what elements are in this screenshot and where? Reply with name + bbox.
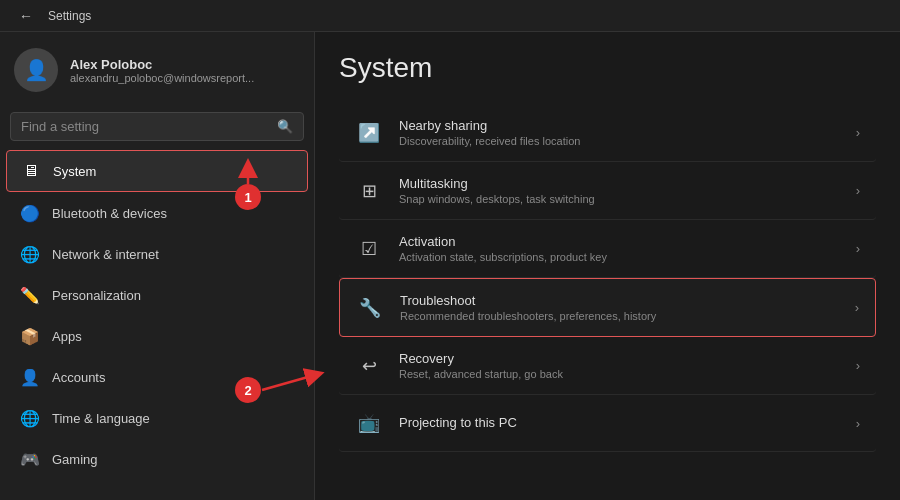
setting-text-multitasking: Multitasking Snap windows, desktops, tas…: [399, 176, 840, 205]
gaming-icon: 🎮: [20, 449, 40, 469]
sidebar-item-network[interactable]: 🌐 Network & internet: [6, 234, 308, 274]
setting-desc-troubleshoot: Recommended troubleshooters, preferences…: [400, 310, 839, 322]
sidebar: 👤 Alex Poloboc alexandru_poloboc@windows…: [0, 32, 315, 500]
setting-desc-nearby-sharing: Discoverability, received files location: [399, 135, 840, 147]
setting-text-projecting: Projecting to this PC: [399, 415, 840, 432]
user-info: Alex Poloboc alexandru_poloboc@windowsre…: [70, 57, 254, 84]
system-icon: 🖥: [21, 161, 41, 181]
content-area: 👤 Alex Poloboc alexandru_poloboc@windows…: [0, 32, 900, 500]
sidebar-item-bluetooth[interactable]: 🔵 Bluetooth & devices: [6, 193, 308, 233]
activation-icon: ☑: [355, 235, 383, 263]
setting-item-activation[interactable]: ☑ Activation Activation state, subscript…: [339, 220, 876, 278]
sidebar-item-gaming[interactable]: 🎮 Gaming: [6, 439, 308, 479]
setting-title-recovery: Recovery: [399, 351, 840, 366]
chevron-icon-nearby-sharing: ›: [856, 125, 860, 140]
search-icon: 🔍: [277, 119, 293, 134]
sidebar-item-label: Personalization: [52, 288, 141, 303]
setting-item-multitasking[interactable]: ⊞ Multitasking Snap windows, desktops, t…: [339, 162, 876, 220]
setting-desc-recovery: Reset, advanced startup, go back: [399, 368, 840, 380]
search-box[interactable]: 🔍: [10, 112, 304, 141]
sidebar-item-label: Network & internet: [52, 247, 159, 262]
sidebar-item-time[interactable]: 🌐 Time & language: [6, 398, 308, 438]
chevron-icon-troubleshoot: ›: [855, 300, 859, 315]
sidebar-item-label: Time & language: [52, 411, 150, 426]
settings-list: ↗️ Nearby sharing Discoverability, recei…: [339, 104, 876, 452]
sidebar-item-label: System: [53, 164, 96, 179]
setting-title-troubleshoot: Troubleshoot: [400, 293, 839, 308]
user-profile[interactable]: 👤 Alex Poloboc alexandru_poloboc@windows…: [0, 32, 314, 108]
user-email: alexandru_poloboc@windowsreport...: [70, 72, 254, 84]
search-input[interactable]: [21, 119, 269, 134]
setting-item-troubleshoot[interactable]: 🔧 Troubleshoot Recommended troubleshoote…: [339, 278, 876, 337]
time-icon: 🌐: [20, 408, 40, 428]
sidebar-item-personalization[interactable]: ✏️ Personalization: [6, 275, 308, 315]
back-button[interactable]: ←: [12, 2, 40, 30]
sidebar-item-label: Gaming: [52, 452, 98, 467]
chevron-icon-recovery: ›: [856, 358, 860, 373]
accounts-icon: 👤: [20, 367, 40, 387]
setting-text-recovery: Recovery Reset, advanced startup, go bac…: [399, 351, 840, 380]
chevron-icon-activation: ›: [856, 241, 860, 256]
main-panel: System ↗️ Nearby sharing Discoverability…: [315, 32, 900, 500]
avatar: 👤: [14, 48, 58, 92]
setting-desc-activation: Activation state, subscriptions, product…: [399, 251, 840, 263]
sidebar-item-label: Accounts: [52, 370, 105, 385]
sidebar-item-label: Apps: [52, 329, 82, 344]
setting-item-projecting[interactable]: 📺 Projecting to this PC ›: [339, 395, 876, 452]
bluetooth-icon: 🔵: [20, 203, 40, 223]
setting-title-multitasking: Multitasking: [399, 176, 840, 191]
setting-title-activation: Activation: [399, 234, 840, 249]
setting-item-nearby-sharing[interactable]: ↗️ Nearby sharing Discoverability, recei…: [339, 104, 876, 162]
nearby-sharing-icon: ↗️: [355, 119, 383, 147]
nav-list: 🖥 System 🔵 Bluetooth & devices 🌐 Network…: [0, 149, 314, 480]
setting-text-nearby-sharing: Nearby sharing Discoverability, received…: [399, 118, 840, 147]
title-bar: ← Settings: [0, 0, 900, 32]
sidebar-item-accounts[interactable]: 👤 Accounts: [6, 357, 308, 397]
multitasking-icon: ⊞: [355, 177, 383, 205]
sidebar-item-label: Bluetooth & devices: [52, 206, 167, 221]
app-title: Settings: [48, 9, 91, 23]
setting-desc-multitasking: Snap windows, desktops, task switching: [399, 193, 840, 205]
setting-title-nearby-sharing: Nearby sharing: [399, 118, 840, 133]
chevron-icon-projecting: ›: [856, 416, 860, 431]
projecting-icon: 📺: [355, 409, 383, 437]
sidebar-item-apps[interactable]: 📦 Apps: [6, 316, 308, 356]
chevron-icon-multitasking: ›: [856, 183, 860, 198]
setting-item-recovery[interactable]: ↩ Recovery Reset, advanced startup, go b…: [339, 337, 876, 395]
setting-title-projecting: Projecting to this PC: [399, 415, 840, 430]
avatar-icon: 👤: [24, 58, 49, 82]
sidebar-item-system[interactable]: 🖥 System: [6, 150, 308, 192]
recovery-icon: ↩: [355, 352, 383, 380]
personalization-icon: ✏️: [20, 285, 40, 305]
troubleshoot-icon: 🔧: [356, 294, 384, 322]
setting-text-activation: Activation Activation state, subscriptio…: [399, 234, 840, 263]
user-name: Alex Poloboc: [70, 57, 254, 72]
network-icon: 🌐: [20, 244, 40, 264]
page-title: System: [339, 52, 876, 84]
apps-icon: 📦: [20, 326, 40, 346]
setting-text-troubleshoot: Troubleshoot Recommended troubleshooters…: [400, 293, 839, 322]
